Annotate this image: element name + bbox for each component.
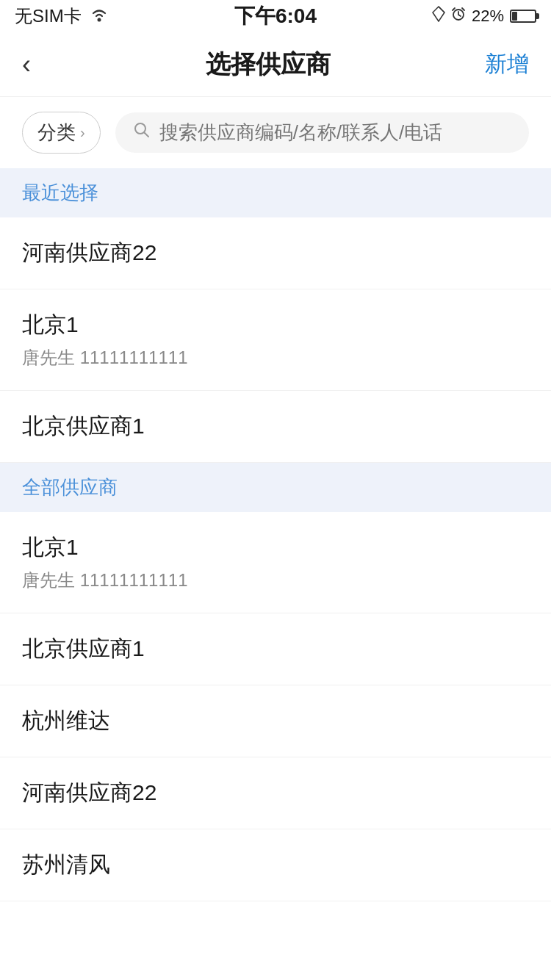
supplier-name: 河南供应商22 xyxy=(22,238,529,268)
supplier-name: 北京1 xyxy=(22,310,529,340)
search-icon xyxy=(133,121,151,144)
battery-label: 22% xyxy=(472,7,504,26)
supplier-name: 河南供应商22 xyxy=(22,778,529,808)
status-left: 无SIM卡 xyxy=(15,4,109,28)
status-bar: 无SIM卡 下午6:04 22% xyxy=(0,0,551,32)
list-item[interactable]: 北京1 唐先生 11111111111 xyxy=(0,289,551,391)
list-item[interactable]: 苏州清风 xyxy=(0,829,551,901)
location-icon xyxy=(432,6,445,26)
nav-bar: ‹ 选择供应商 新增 xyxy=(0,32,551,97)
all-suppliers-section: 全部供应商 北京1 唐先生 11111111111 北京供应商1 杭州维达 河南… xyxy=(0,463,551,901)
all-section-header: 全部供应商 xyxy=(0,463,551,512)
add-button[interactable]: 新增 xyxy=(470,49,529,79)
list-item[interactable]: 北京供应商1 xyxy=(0,613,551,685)
list-item[interactable]: 北京供应商1 xyxy=(0,391,551,463)
supplier-sub: 唐先生 11111111111 xyxy=(22,569,529,592)
list-item[interactable]: 河南供应商22 xyxy=(0,757,551,829)
battery-icon xyxy=(510,10,536,23)
status-right: 22% xyxy=(432,6,536,26)
category-filter-button[interactable]: 分类 › xyxy=(22,112,101,154)
page-title: 选择供应商 xyxy=(66,48,470,82)
status-time: 下午6:04 xyxy=(234,2,317,30)
svg-point-0 xyxy=(97,18,101,22)
search-bar: 分类 › xyxy=(0,97,551,168)
chevron-right-icon: › xyxy=(80,124,85,141)
wifi-icon xyxy=(89,6,109,26)
category-label: 分类 xyxy=(37,120,76,145)
list-item[interactable]: 河南供应商22 xyxy=(0,217,551,289)
list-item[interactable]: 北京1 唐先生 11111111111 xyxy=(0,512,551,613)
supplier-name: 杭州维达 xyxy=(22,706,529,736)
supplier-name: 北京供应商1 xyxy=(22,634,529,664)
carrier-label: 无SIM卡 xyxy=(15,4,82,28)
recent-section: 最近选择 河南供应商22 北京1 唐先生 11111111111 北京供应商1 xyxy=(0,168,551,463)
supplier-name: 苏州清风 xyxy=(22,850,529,880)
search-input-container xyxy=(115,112,529,153)
supplier-sub: 唐先生 11111111111 xyxy=(22,346,529,370)
alarm-icon xyxy=(451,7,466,26)
recent-section-header: 最近选择 xyxy=(0,168,551,217)
search-input[interactable] xyxy=(159,121,511,144)
supplier-name: 北京供应商1 xyxy=(22,411,529,442)
list-item[interactable]: 杭州维达 xyxy=(0,685,551,757)
supplier-name: 北京1 xyxy=(22,533,529,563)
back-button[interactable]: ‹ xyxy=(22,49,66,80)
